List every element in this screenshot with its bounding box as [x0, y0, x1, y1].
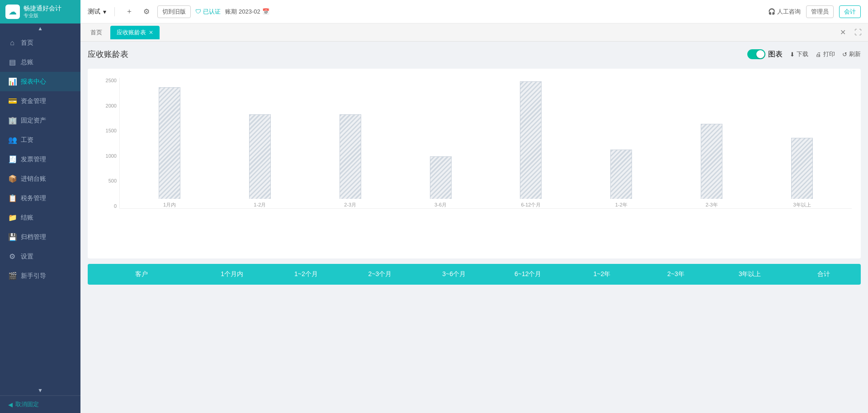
consult-button[interactable]: 🎧 人工咨询 [768, 8, 801, 16]
nav-label-invoice: 发票管理 [21, 155, 46, 164]
nav-icon-settings: ⚙ [8, 252, 16, 261]
nav-icon-ledger: ▤ [8, 58, 16, 66]
sidebar-item-archive[interactable]: 💾 归档管理 [0, 227, 80, 247]
sidebar-item-settings[interactable]: ⚙ 设置 [0, 247, 80, 266]
bar [520, 81, 542, 199]
table-header-cell: 3年以上 [713, 264, 787, 285]
y-label: 1500 [97, 128, 119, 133]
chart-label: 图表 [768, 50, 783, 59]
logo-name: 畅捷通好会计 [24, 5, 61, 12]
nav-label-settings: 设置 [21, 253, 33, 261]
print-icon: 🖨 [816, 51, 821, 58]
nav-icon-tax: 📋 [8, 194, 16, 202]
user-button[interactable]: 管理员 [806, 5, 834, 18]
sidebar-item-guide[interactable]: 🎬 新手引导 [0, 266, 80, 286]
bar-chart: 05001000150020002500 1月内1-2月2-3月3-6月6-12… [97, 78, 852, 222]
x-label: 1月内 [163, 202, 176, 208]
refresh-icon: ↺ [842, 51, 847, 58]
scroll-down-arrow[interactable]: ▼ [0, 385, 80, 395]
table-header: 客户1个月内1~2个月2~3个月3~6个月6~12个月1~2年2~3年3年以上合… [88, 264, 861, 285]
bar [340, 114, 361, 199]
nav-icon-close: 📁 [8, 213, 16, 222]
print-label: 打印 [823, 50, 835, 58]
add-button[interactable]: ＋ [123, 5, 136, 18]
page-actions: 图表 ⬇ 下载 🖨 打印 ↺ 刷新 [747, 49, 861, 59]
period-value: 2023-02 [239, 8, 260, 15]
nav-label-reports: 报表中心 [21, 78, 46, 86]
bar [701, 124, 722, 199]
sidebar-item-reports[interactable]: 📊 报表中心 [0, 72, 80, 91]
unpin-icon: ◀ [8, 401, 13, 408]
company-dropdown-icon: ▾ [103, 8, 106, 15]
bar [610, 150, 632, 199]
sidebar-item-payroll[interactable]: 👥 工资 [0, 130, 80, 150]
nav-label-close: 结账 [21, 214, 33, 222]
sidebar-item-purchase[interactable]: 📦 进销台账 [0, 169, 80, 188]
close-icon[interactable]: ✕ [836, 26, 849, 39]
sidebar-item-tax[interactable]: 📋 税务管理 [0, 188, 80, 208]
sidebar-item-assets[interactable]: 🏢 固定资产 [0, 111, 80, 130]
y-label: 2000 [97, 103, 119, 108]
tab-aging-close[interactable]: ✕ [149, 29, 153, 36]
y-label: 1000 [97, 153, 119, 159]
table-header-cell: 1~2年 [565, 264, 639, 285]
nav-icon-payroll: 👥 [8, 136, 16, 144]
download-button[interactable]: ⬇ 下载 [790, 50, 808, 58]
nav-label-purchase: 进销台账 [21, 175, 46, 183]
tab-home[interactable]: 首页 [84, 26, 108, 39]
page-title: 应收账龄表 [88, 49, 128, 60]
refresh-label: 刷新 [849, 50, 861, 58]
x-label: 1-2月 [254, 202, 266, 208]
tab-home-label: 首页 [90, 28, 102, 37]
download-icon: ⬇ [790, 51, 795, 58]
bar [159, 87, 180, 199]
nav-icon-assets: 🏢 [8, 116, 16, 125]
bar-group: 3-6月 [400, 156, 481, 208]
chart-toggle[interactable]: 图表 [747, 49, 783, 59]
chart-container: 05001000150020002500 1月内1-2月2-3月3-6月6-12… [88, 69, 861, 258]
x-label: 3年以上 [793, 202, 811, 208]
sidebar-item-ledger[interactable]: ▤ 总账 [0, 52, 80, 72]
company-selector[interactable]: 测试 ▾ [88, 8, 106, 16]
divider-1 [114, 7, 115, 16]
bar-group: 2-3年 [671, 124, 752, 208]
sidebar-item-invoice[interactable]: 🧾 发票管理 [0, 150, 80, 169]
nav-icon-archive: 💾 [8, 233, 16, 241]
tab-aging-label: 应收账龄表 [117, 28, 146, 37]
topbar-right: 🎧 人工咨询 管理员 会计 [768, 5, 861, 18]
table-header-cell: 1~2个月 [269, 264, 343, 285]
bars-area: 1月内1-2月2-3月3-6月6-12个月1-2年2-3年3年以上 [119, 78, 852, 209]
bar-group: 6-12个月 [491, 81, 572, 208]
table-header-cell: 2~3年 [639, 264, 713, 285]
role-button[interactable]: 会计 [839, 5, 861, 18]
data-table: 客户1个月内1~2个月2~3个月3~6个月6~12个月1~2年2~3年3年以上合… [88, 264, 861, 285]
print-button[interactable]: 🖨 打印 [816, 50, 835, 58]
y-axis: 05001000150020002500 [97, 78, 119, 209]
tab-aging[interactable]: 应收账龄表 ✕ [110, 26, 160, 39]
page-inner: 应收账龄表 图表 ⬇ 下载 🖨 打印 [80, 42, 868, 413]
nav-label-assets: 固定资产 [21, 117, 46, 125]
nav-icon-reports: 📊 [8, 77, 16, 86]
switch-version-button[interactable]: 切到旧版 [157, 5, 191, 18]
y-label: 500 [97, 178, 119, 183]
calendar-icon[interactable]: 📅 [262, 8, 269, 15]
refresh-button[interactable]: ↺ 刷新 [842, 50, 861, 58]
logo-icon: ☁ [5, 5, 20, 19]
nav-label-ledger: 总账 [21, 58, 33, 66]
bar-group: 2-3月 [310, 114, 391, 208]
expand-icon[interactable]: ⛶ [852, 26, 864, 39]
sidebar-item-capital[interactable]: 💳 资金管理 [0, 91, 80, 111]
certified-badge: 🛡 已认证 [195, 8, 221, 16]
x-label: 3-6月 [434, 202, 447, 208]
sidebar-item-close[interactable]: 📁 结账 [0, 208, 80, 227]
table-header-cell: 2~3个月 [343, 264, 417, 285]
scroll-up-arrow[interactable]: ▲ [0, 23, 80, 33]
bar-group: 1-2月 [219, 114, 301, 208]
settings-icon[interactable]: ⚙ [140, 5, 153, 18]
unpin-button[interactable]: ◀ 取消固定 [0, 395, 80, 413]
certified-label: 已认证 [203, 8, 221, 16]
sidebar-item-home[interactable]: ⌂ 首页 [0, 33, 80, 52]
toggle-track[interactable] [747, 49, 765, 59]
sidebar-nav: ⌂ 首页 ▤ 总账 📊 报表中心 💳 资金管理 🏢 固定资产 👥 工资 🧾 发票… [0, 33, 80, 385]
table-header-cell: 6~12个月 [491, 264, 565, 285]
